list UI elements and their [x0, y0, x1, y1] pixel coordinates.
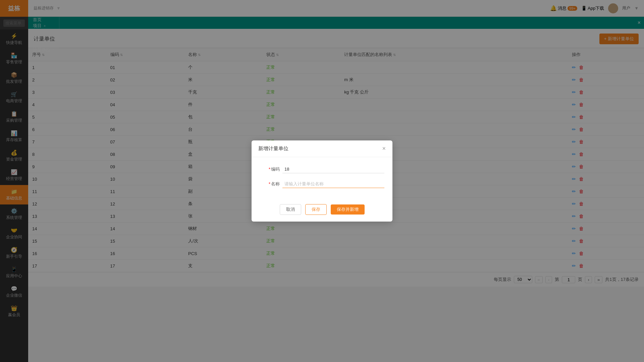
- name-form-row: *名称: [260, 180, 384, 188]
- modal-title: 新增计量单位: [258, 145, 288, 152]
- modal-footer: 取消 保存 保存并新增: [252, 200, 392, 222]
- cancel-button[interactable]: 取消: [280, 204, 301, 215]
- modal-body: *编码 *名称: [252, 157, 392, 200]
- name-input[interactable]: [282, 180, 384, 188]
- modal-header: 新增计量单位 ×: [252, 140, 392, 157]
- code-label: *编码: [260, 166, 280, 172]
- code-input[interactable]: [282, 165, 384, 173]
- code-form-row: *编码: [260, 165, 384, 173]
- add-unit-modal: 新增计量单位 × *编码 *名称 取消 保存 保存并新增: [252, 140, 392, 222]
- save-new-button[interactable]: 保存并新增: [331, 204, 365, 215]
- name-label: *名称: [260, 181, 280, 187]
- modal-overlay[interactable]: 新增计量单位 × *编码 *名称 取消 保存 保存并新增: [0, 0, 644, 362]
- save-button[interactable]: 保存: [305, 204, 327, 215]
- modal-close-btn[interactable]: ×: [382, 145, 386, 152]
